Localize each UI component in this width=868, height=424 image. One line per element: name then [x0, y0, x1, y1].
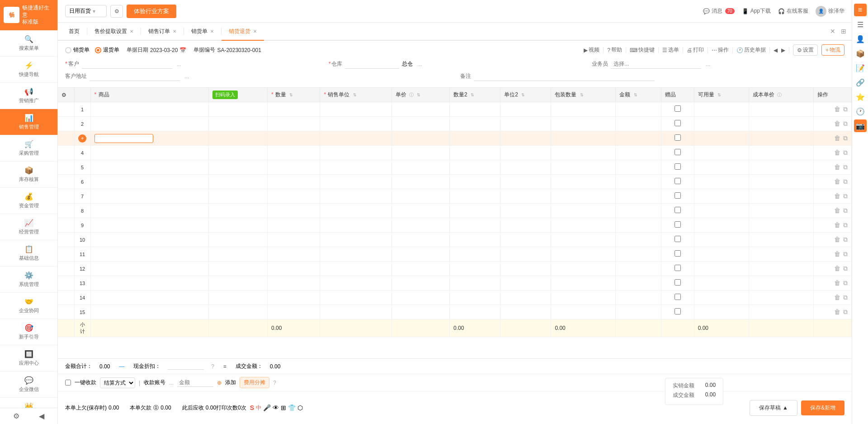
row-available-13[interactable]	[694, 276, 749, 291]
row-available-12[interactable]	[694, 262, 749, 276]
row-cost-price-5[interactable]	[749, 160, 814, 175]
row-pack-qty-6[interactable]	[551, 175, 616, 189]
row-sales-unit-7[interactable]	[320, 189, 392, 204]
row-cost-price-10[interactable]	[749, 233, 814, 247]
row-amount-12[interactable]	[616, 262, 661, 276]
sidebar-item-sales[interactable]: 📊 销售管理	[0, 109, 57, 135]
delete-btn-10[interactable]: 🗑	[834, 236, 840, 243]
pack-qty-sort-icon[interactable]: ⇅	[580, 93, 584, 97]
row-unit2-7[interactable]	[500, 189, 551, 204]
row-available-10[interactable]	[694, 233, 749, 247]
tab-sales-return-close[interactable]: ✕	[253, 29, 257, 34]
row-amount-15[interactable]	[616, 305, 661, 319]
experience-btn[interactable]: 体验行业方案	[127, 5, 176, 18]
row-quantity-4[interactable]	[268, 146, 320, 160]
gift-checkbox-6[interactable]	[675, 178, 681, 184]
quantity-sort-icon[interactable]: ⇅	[289, 93, 293, 97]
gift-checkbox-9[interactable]	[675, 221, 681, 228]
sales-unit-sort-icon[interactable]: ⇅	[353, 93, 357, 97]
calendar-icon[interactable]: 📅	[179, 47, 186, 53]
row-available-9[interactable]	[694, 218, 749, 233]
gift-checkbox-7[interactable]	[675, 192, 681, 199]
remarks-input[interactable]	[474, 71, 655, 81]
row-pack-qty-2[interactable]	[551, 117, 616, 131]
row-product-1[interactable]	[90, 102, 209, 117]
row-product-6[interactable]	[90, 175, 209, 189]
form-set-btn[interactable]: ⚙ 设置	[793, 44, 818, 56]
cost-price-info-icon[interactable]: ⓘ	[777, 92, 782, 97]
sidebar-collapse-icon[interactable]: ◀	[39, 412, 44, 420]
row-available-1[interactable]	[694, 102, 749, 117]
sidebar-item-shortcut[interactable]: ⚡ 快捷导航	[0, 57, 57, 83]
row-sales-unit-4[interactable]	[320, 146, 392, 160]
amount-input[interactable]	[177, 378, 213, 387]
row-pack-qty-5[interactable]	[551, 160, 616, 175]
row-cost-price-13[interactable]	[749, 276, 814, 291]
tab-layout-icon[interactable]: ⊞	[839, 28, 848, 35]
unit-price-info-icon[interactable]: ⓘ	[409, 92, 414, 97]
right-panel-star-icon[interactable]: ⭐	[854, 91, 867, 103]
gift-checkbox-2[interactable]	[675, 120, 681, 126]
row-pack-qty-13[interactable]	[551, 276, 616, 291]
gift-checkbox-12[interactable]	[675, 265, 681, 271]
delete-btn-11[interactable]: 🗑	[834, 250, 840, 258]
sidebar-item-purchase[interactable]: 🛒 采购管理	[0, 135, 57, 162]
row-product-4[interactable]	[90, 146, 209, 160]
row-cost-price-11[interactable]	[749, 247, 814, 262]
gift-checkbox-10[interactable]	[675, 236, 681, 242]
row-cost-price-12[interactable]	[749, 262, 814, 276]
row-quantity-1[interactable]	[268, 102, 320, 117]
row-pack-qty-14[interactable]	[551, 291, 616, 305]
delete-btn-15[interactable]: 🗑	[834, 308, 840, 316]
copy-btn-14[interactable]: ⧉	[843, 294, 848, 301]
row-unit2-14[interactable]	[500, 291, 551, 305]
row-cost-price-1[interactable]	[749, 102, 814, 117]
sidebar-item-search[interactable]: 🔍 搜索菜单	[0, 30, 57, 57]
right-panel-box-icon[interactable]: 📦	[854, 47, 867, 60]
row-product-13[interactable]	[90, 276, 209, 291]
row-quantity-12[interactable]	[268, 262, 320, 276]
address-dots[interactable]: ...	[184, 73, 189, 80]
row-pack-qty-11[interactable]	[551, 247, 616, 262]
row-cost-price-4[interactable]	[749, 146, 814, 160]
row-sales-unit-8[interactable]	[320, 204, 392, 218]
row-unit-price-11[interactable]	[392, 247, 450, 262]
warehouse-input[interactable]	[345, 59, 399, 69]
row-amount-3[interactable]	[616, 131, 661, 146]
row-quantity2-12[interactable]	[450, 262, 500, 276]
row-amount-13[interactable]	[616, 276, 661, 291]
warehouse-dots[interactable]: ...	[417, 61, 422, 67]
copy-btn-8[interactable]: ⧉	[843, 207, 848, 214]
row-quantity2-9[interactable]	[450, 218, 500, 233]
row-available-8[interactable]	[694, 204, 749, 218]
sidebar-item-newbie[interactable]: 🎯 新手引导	[0, 319, 57, 345]
row-quantity-7[interactable]	[268, 189, 320, 204]
row-quantity2-7[interactable]	[450, 189, 500, 204]
help-btn[interactable]: ? 帮助	[607, 46, 622, 54]
row-quantity-14[interactable]	[268, 291, 320, 305]
copy-btn-15[interactable]: ⧉	[843, 308, 848, 316]
row-sales-unit-3[interactable]	[320, 131, 392, 146]
add-logistics-btn[interactable]: + 物流	[821, 44, 844, 56]
row-unit2-15[interactable]	[500, 305, 551, 319]
row-unit-price-10[interactable]	[392, 233, 450, 247]
row-product-7[interactable]	[90, 189, 209, 204]
row-quantity2-4[interactable]	[450, 146, 500, 160]
row-amount-2[interactable]	[616, 117, 661, 131]
copy-btn-10[interactable]: ⧉	[843, 236, 848, 243]
row-sales-unit-10[interactable]	[320, 233, 392, 247]
row-quantity2-11[interactable]	[450, 247, 500, 262]
tab-price-setting-close[interactable]: ✕	[130, 29, 133, 34]
sidebar-item-basic[interactable]: 📋 基础信息	[0, 240, 57, 267]
amount-sort-icon[interactable]: ⇅	[634, 93, 637, 97]
row-quantity-15[interactable]	[268, 305, 320, 319]
gift-checkbox-13[interactable]	[675, 279, 681, 286]
row-sales-unit-1[interactable]	[320, 102, 392, 117]
row-sales-unit-15[interactable]	[320, 305, 392, 319]
row-available-6[interactable]	[694, 175, 749, 189]
row-unit-price-6[interactable]	[392, 175, 450, 189]
app-download-btn[interactable]: 📱 App下载	[742, 7, 771, 15]
row-unit-price-4[interactable]	[392, 146, 450, 160]
online-service-btn[interactable]: 🎧 在线客服	[778, 7, 808, 15]
copy-btn-5[interactable]: ⧉	[843, 163, 848, 171]
